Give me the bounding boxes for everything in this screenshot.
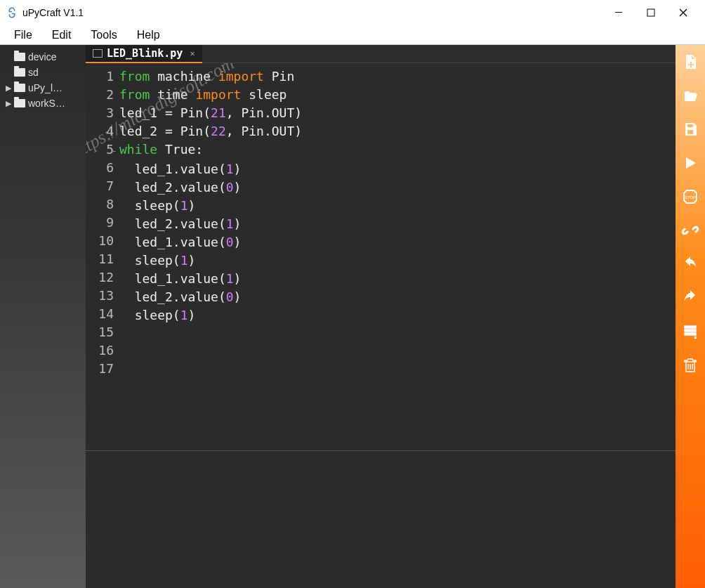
clear-button[interactable] bbox=[680, 355, 700, 375]
connect-button[interactable] bbox=[680, 221, 700, 240]
code-line[interactable]: −while True: bbox=[119, 141, 676, 160]
file-icon bbox=[93, 49, 103, 58]
folder-icon bbox=[14, 99, 25, 107]
line-number: 12 bbox=[86, 268, 114, 287]
svg-rect-0 bbox=[615, 12, 622, 13]
tree-label: sd bbox=[28, 67, 39, 78]
svg-rect-1 bbox=[647, 9, 654, 16]
chevron-right-icon: ▶ bbox=[6, 99, 11, 108]
line-number: 2 bbox=[86, 86, 114, 104]
run-button[interactable] bbox=[680, 153, 700, 173]
tree-item-workspace[interactable]: ▶workS… bbox=[3, 96, 83, 111]
right-toolbar: STOP bbox=[676, 45, 705, 588]
code-line[interactable]: led_2.value(0) bbox=[119, 178, 676, 197]
code-line[interactable]: led_2.value(0) bbox=[119, 288, 676, 306]
code-line[interactable]: sleep(1) bbox=[119, 306, 676, 325]
tree-item-upy-lib[interactable]: ▶uPy_l… bbox=[3, 80, 83, 96]
code-line[interactable]: led_1.value(1) bbox=[119, 270, 676, 288]
line-number: 8 bbox=[86, 195, 114, 214]
maximize-button[interactable] bbox=[635, 1, 667, 24]
line-number: 4 bbox=[86, 122, 114, 141]
line-number: 16 bbox=[86, 341, 114, 360]
redo-button[interactable] bbox=[680, 288, 700, 308]
line-number: 10 bbox=[86, 232, 114, 250]
code-line[interactable]: led_2.value(1) bbox=[119, 215, 676, 233]
minimize-button[interactable] bbox=[602, 1, 635, 24]
line-number: 15 bbox=[86, 323, 114, 341]
syntax-check-button[interactable] bbox=[680, 322, 700, 341]
code-line[interactable]: led_1.value(1) bbox=[119, 160, 676, 178]
line-number: 1 bbox=[86, 67, 114, 86]
tab-led-blink[interactable]: LED_Blink.py ✕ bbox=[86, 45, 202, 63]
menu-file[interactable]: File bbox=[6, 27, 41, 43]
code-line[interactable]: led_2 = Pin(22, Pin.OUT) bbox=[119, 122, 676, 141]
folder-icon bbox=[14, 53, 25, 61]
close-tab-icon[interactable]: ✕ bbox=[190, 48, 195, 58]
menu-edit[interactable]: Edit bbox=[44, 27, 80, 43]
code-line[interactable]: led_1 = Pin(21, Pin.OUT) bbox=[119, 104, 676, 122]
tree-label: uPy_l… bbox=[28, 82, 62, 93]
titlebar: uPyCraft V1.1 bbox=[0, 0, 705, 25]
close-button[interactable] bbox=[667, 1, 699, 24]
line-number: 17 bbox=[86, 360, 114, 378]
line-number: 3 bbox=[86, 104, 114, 122]
line-number: 14 bbox=[86, 305, 114, 323]
console-panel[interactable] bbox=[86, 450, 676, 588]
stop-button[interactable]: STOP bbox=[680, 187, 700, 207]
file-tree-sidebar: device sd ▶uPy_l… ▶workS… bbox=[0, 45, 86, 588]
line-number: 11 bbox=[86, 250, 114, 268]
open-button[interactable] bbox=[680, 86, 700, 105]
tree-label: workS… bbox=[28, 98, 65, 109]
tab-bar: LED_Blink.py ✕ bbox=[86, 45, 676, 63]
code-line[interactable]: sleep(1) bbox=[119, 251, 676, 270]
code-line[interactable]: led_1.value(0) bbox=[119, 233, 676, 251]
fold-icon[interactable]: − bbox=[111, 142, 119, 160]
undo-button[interactable] bbox=[680, 254, 700, 274]
line-number: 6 bbox=[86, 159, 114, 177]
save-button[interactable] bbox=[680, 119, 700, 139]
tree-item-sd[interactable]: sd bbox=[3, 65, 83, 80]
code-line[interactable]: sleep(1) bbox=[119, 197, 676, 215]
app-icon bbox=[6, 6, 18, 19]
line-number: 5 bbox=[86, 141, 114, 159]
tab-filename: LED_Blink.py bbox=[107, 47, 183, 60]
editor-area: LED_Blink.py ✕ https://microdigisoft.com… bbox=[86, 45, 676, 588]
code-lines[interactable]: from machine import Pinfrom time import … bbox=[119, 63, 676, 450]
code-line[interactable]: from machine import Pin bbox=[119, 67, 676, 86]
svg-text:STOP: STOP bbox=[685, 195, 696, 200]
folder-icon bbox=[14, 84, 25, 92]
menu-tools[interactable]: Tools bbox=[82, 27, 125, 43]
tree-label: device bbox=[28, 51, 56, 63]
folder-icon bbox=[14, 68, 25, 77]
new-file-button[interactable] bbox=[680, 52, 700, 72]
line-number-gutter: 1234567891011121314151617 bbox=[86, 63, 119, 450]
menubar: File Edit Tools Help bbox=[0, 25, 705, 45]
menu-help[interactable]: Help bbox=[129, 27, 169, 43]
code-editor[interactable]: https://microdigisoft.com - 10:17 123456… bbox=[86, 63, 676, 450]
line-number: 7 bbox=[86, 177, 114, 195]
chevron-right-icon: ▶ bbox=[6, 84, 11, 93]
code-line[interactable]: from time import sleep bbox=[119, 86, 676, 104]
tree-item-device[interactable]: device bbox=[3, 49, 83, 65]
titlebar-title: uPyCraft V1.1 bbox=[22, 7, 84, 18]
line-number: 9 bbox=[86, 214, 114, 232]
line-number: 13 bbox=[86, 287, 114, 305]
